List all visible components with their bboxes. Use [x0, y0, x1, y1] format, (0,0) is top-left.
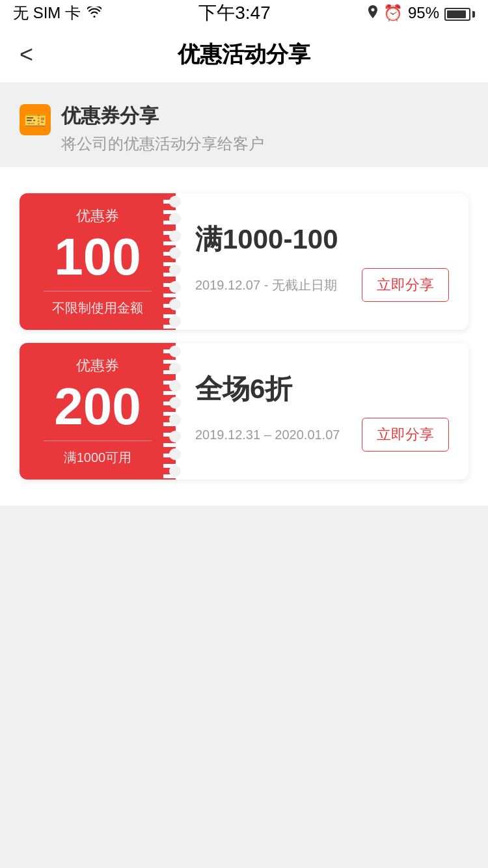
coupon-condition-2: 满1000可用	[64, 449, 132, 467]
carrier-text: 无 SIM 卡	[13, 3, 81, 23]
coupon-label-1: 优惠券	[76, 206, 119, 226]
coupon-title-2: 全场6折	[195, 371, 449, 407]
back-button[interactable]: <	[20, 41, 33, 68]
coupon-condition-1: 不限制使用金额	[52, 299, 143, 317]
coupon-amount-1: 100	[54, 231, 141, 283]
status-right: ⏰ 95%	[368, 4, 475, 22]
coupon-left-1: 优惠券 100 不限制使用金额	[20, 193, 176, 330]
nav-bar: < 优惠活动分享	[0, 26, 488, 83]
coupon-card-2: 优惠券 200 满1000可用 全场6折 2019.12.31 – 2020.0…	[20, 343, 468, 480]
coupon-meta-1: 2019.12.07 - 无截止日期 立即分享	[195, 268, 449, 302]
section-header: 🎫 优惠券分享 将公司的优惠活动分享给客户	[0, 83, 488, 167]
coupon-divider-line-1	[44, 291, 152, 292]
coupon-zigzag-1	[169, 193, 182, 330]
section-text: 优惠券分享 将公司的优惠活动分享给客户	[61, 103, 264, 154]
coupon-label-2: 优惠券	[76, 356, 119, 375]
coupon-date-1: 2019.12.07 - 无截止日期	[195, 277, 351, 294]
coupon-divider-line-2	[44, 441, 152, 441]
section-icon: 🎫	[20, 104, 51, 135]
coupon-amount-2: 200	[54, 381, 141, 433]
coupon-right-1: 满1000-100 2019.12.07 - 无截止日期 立即分享	[176, 193, 468, 330]
share-button-2[interactable]: 立即分享	[362, 418, 449, 452]
bottom-empty-area	[0, 506, 488, 868]
status-left: 无 SIM 卡	[13, 3, 102, 23]
location-icon	[368, 4, 378, 22]
coupon-right-2: 全场6折 2019.12.31 – 2020.01.07 立即分享	[176, 343, 468, 480]
page-title: 优惠活动分享	[178, 40, 310, 70]
alarm-icon: ⏰	[383, 4, 403, 22]
coupon-date-2: 2019.12.31 – 2020.01.07	[195, 427, 351, 442]
wifi-icon	[87, 4, 102, 22]
coupon-list: 优惠券 100 不限制使用金额 满1000-100 2019.12.07 - 无…	[0, 167, 488, 506]
battery-percent: 95%	[408, 4, 439, 22]
status-bar: 无 SIM 卡 下午3:47 ⏰ 95%	[0, 0, 488, 26]
coupon-zigzag-2	[169, 343, 182, 480]
coupon-left-2: 优惠券 200 满1000可用	[20, 343, 176, 480]
time-display: 下午3:47	[198, 1, 271, 25]
coupon-card-1: 优惠券 100 不限制使用金额 满1000-100 2019.12.07 - 无…	[20, 193, 468, 330]
battery-icon	[444, 4, 475, 22]
section-subtitle: 将公司的优惠活动分享给客户	[61, 133, 264, 154]
share-button-1[interactable]: 立即分享	[362, 268, 449, 302]
coupon-meta-2: 2019.12.31 – 2020.01.07 立即分享	[195, 418, 449, 452]
section-title: 优惠券分享	[61, 103, 264, 129]
coupon-title-1: 满1000-100	[195, 221, 449, 258]
